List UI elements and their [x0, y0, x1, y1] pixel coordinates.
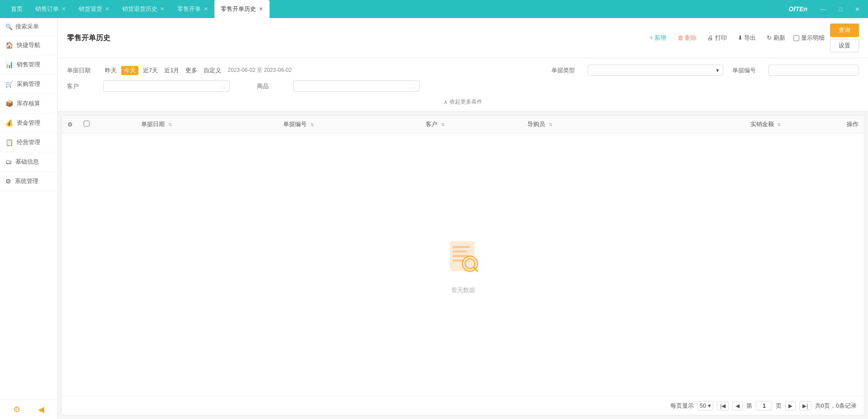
th-customer-sort-icon[interactable]: ⇅ — [441, 122, 445, 127]
print-button[interactable]: 🖨 打印 — [705, 32, 730, 44]
sidebar-item-basic-info[interactable]: 🗂 基础信息 — [0, 152, 57, 172]
sidebar-item-inventory[interactable]: 📦 库存核算 — [0, 94, 57, 113]
tab-bar: 首页 销售订单 ✕ 销货退货 ✕ 销货退货历史 ✕ 零售开单 ✕ 零售开单历史 … — [0, 0, 868, 18]
main-layout: 🔍 搜索采单 🏠 快捷导航 📊 销售管理 🛒 采购管理 📦 库存核算 💰 资金管… — [0, 18, 868, 419]
system-icon: ⚙ — [5, 178, 11, 185]
th-date-label: 单据日期 — [141, 121, 165, 127]
basic-info-icon: 🗂 — [5, 158, 12, 165]
tab-sales-return-history-label: 销货退货历史 — [122, 5, 157, 13]
svg-rect-2 — [452, 250, 467, 252]
date-opt-more[interactable]: 更多 — [184, 66, 199, 75]
goods-input[interactable]: … — [293, 80, 420, 92]
display-detail-label: 显示明细 — [801, 34, 825, 42]
tab-sales-return-close[interactable]: ✕ — [105, 6, 109, 12]
th-checkbox-col — [78, 116, 136, 133]
page-unit: 页 — [776, 402, 782, 410]
th-amount-sort-icon[interactable]: ⇅ — [777, 122, 781, 127]
collapse-label: 收起更多条件 — [450, 98, 482, 106]
th-settings: ⚙ — [62, 116, 78, 133]
number-input[interactable] — [768, 65, 859, 76]
add-button[interactable]: + 新增 — [647, 32, 669, 44]
inventory-icon: 📦 — [5, 100, 13, 107]
purchase-icon: 🛒 — [5, 80, 13, 88]
tab-sales-return-history[interactable]: 销货退货历史 ✕ — [116, 0, 171, 18]
date-opt-1month[interactable]: 近1月 — [162, 66, 181, 75]
table-settings-gear-icon[interactable]: ⚙ — [67, 121, 73, 128]
sidebar-collapse-icon[interactable]: ◀ — [38, 405, 44, 414]
collapse-button[interactable]: ∧ 收起更多条件 — [67, 96, 859, 108]
sidebar-item-quick-nav-label: 快捷导航 — [17, 41, 40, 49]
customer-input[interactable]: … — [103, 80, 230, 92]
sidebar-item-sales[interactable]: 📊 销售管理 — [0, 55, 57, 75]
page-size-value: 50 — [700, 402, 706, 409]
refresh-button[interactable]: ↻ 刷新 — [764, 32, 788, 44]
tab-sales-order-close[interactable]: ✕ — [62, 6, 66, 12]
page-prev-btn[interactable]: ◀ — [732, 401, 743, 410]
sidebar-settings-icon[interactable]: ⚙ — [13, 405, 20, 414]
display-detail-check[interactable] — [793, 35, 799, 41]
customer-label: 客户 — [67, 82, 94, 90]
date-label: 单据日期 — [67, 66, 94, 75]
settings-button[interactable]: 设置 — [830, 39, 859, 52]
page-label: 第 — [746, 402, 752, 410]
th-date-sort-icon[interactable]: ⇅ — [168, 122, 172, 127]
page-header: 零售开单历史 + 新增 🗑 删除 🖨 打印 ⬇ 导出 ↻ 刷新 显示明细 查询 … — [58, 18, 868, 58]
maximize-btn[interactable]: □ — [835, 5, 846, 14]
tab-sales-order[interactable]: 销售订单 ✕ — [29, 0, 72, 18]
delete-button[interactable]: 🗑 删除 — [675, 32, 700, 44]
data-table: ⚙ 单据日期 ⇅ 单据编号 ⇅ — [62, 116, 864, 133]
page-size-select[interactable]: 50 ▾ — [697, 401, 713, 410]
sidebar-item-finance-label: 资金管理 — [17, 119, 40, 127]
date-options: 昨天 今天 近7天 近1月 更多 自定义 2023-06-02 至 2023-0… — [103, 66, 292, 75]
sidebar-item-system-label: 系统管理 — [15, 177, 38, 185]
sidebar-item-operations[interactable]: 📋 经营管理 — [0, 133, 57, 152]
date-opt-7days[interactable]: 近7天 — [141, 66, 160, 75]
page-next-btn[interactable]: ▶ — [785, 401, 796, 410]
type-select[interactable]: ▾ — [588, 65, 723, 76]
svg-rect-4 — [452, 259, 464, 261]
sidebar-item-quick-nav[interactable]: 🏠 快捷导航 — [0, 36, 57, 55]
date-opt-custom[interactable]: 自定义 — [202, 66, 223, 75]
minimize-btn[interactable]: — — [816, 5, 830, 14]
th-amount: 实销金额 ⇅ — [644, 116, 786, 133]
sidebar-search-label: 搜索采单 — [15, 23, 39, 31]
tab-sales-return[interactable]: 销货退货 ✕ — [72, 0, 116, 18]
date-opt-yesterday[interactable]: 昨天 — [103, 66, 119, 75]
sidebar-item-finance[interactable]: 💰 资金管理 — [0, 113, 57, 133]
tab-sales-return-history-close[interactable]: ✕ — [160, 6, 165, 12]
tab-sales-order-label: 销售订单 — [35, 5, 59, 13]
th-amount-label: 实销金额 — [750, 121, 774, 127]
tab-home[interactable]: 首页 — [5, 0, 29, 18]
sidebar-item-system[interactable]: ⚙ 系统管理 — [0, 172, 57, 191]
page-last-btn[interactable]: ▶| — [799, 401, 811, 410]
table-header-row: ⚙ 单据日期 ⇅ 单据编号 ⇅ — [62, 116, 864, 133]
page-size-label: 每页显示 — [670, 402, 694, 410]
page-number-input[interactable]: 1 — [756, 401, 772, 410]
tab-retail-order-history-close[interactable]: ✕ — [259, 6, 263, 12]
tab-retail-order[interactable]: 零售开单 ✕ — [171, 0, 214, 18]
select-all-checkbox[interactable] — [84, 121, 90, 127]
query-button[interactable]: 查询 — [830, 24, 859, 37]
page-first-btn[interactable]: |◀ — [717, 401, 729, 410]
sidebar-item-sales-label: 销售管理 — [17, 61, 40, 69]
date-opt-today[interactable]: 今天 — [121, 66, 138, 75]
empty-state: 暂无数据 — [62, 133, 864, 396]
sidebar-item-purchase[interactable]: 🛒 采购管理 — [0, 75, 57, 94]
total-text: 共0页，0条记录 — [815, 402, 857, 410]
export-button[interactable]: ⬇ 导出 — [735, 32, 759, 44]
number-label: 单据编号 — [732, 66, 759, 75]
search-icon: 🔍 — [5, 24, 13, 30]
tab-retail-order-history[interactable]: 零售开单历史 ✕ — [214, 0, 270, 18]
th-guide-sort-icon[interactable]: ⇅ — [549, 122, 552, 127]
finance-icon: 💰 — [5, 119, 13, 127]
table-area: ⚙ 单据日期 ⇅ 单据编号 ⇅ — [62, 115, 864, 415]
quick-nav-icon: 🏠 — [5, 42, 13, 49]
close-btn[interactable]: ✕ — [851, 5, 863, 14]
tab-retail-order-close[interactable]: ✕ — [204, 6, 208, 12]
sidebar-search[interactable]: 🔍 搜索采单 — [0, 18, 57, 36]
display-detail-checkbox[interactable]: 显示明细 — [793, 34, 825, 42]
page-title: 零售开单历史 — [67, 33, 110, 43]
th-number-sort-icon[interactable]: ⇅ — [310, 122, 314, 127]
toolbar: + 新增 🗑 删除 🖨 打印 ⬇ 导出 ↻ 刷新 显示明细 查询 设置 — [647, 24, 859, 52]
sidebar-item-inventory-label: 库存核算 — [17, 99, 40, 108]
